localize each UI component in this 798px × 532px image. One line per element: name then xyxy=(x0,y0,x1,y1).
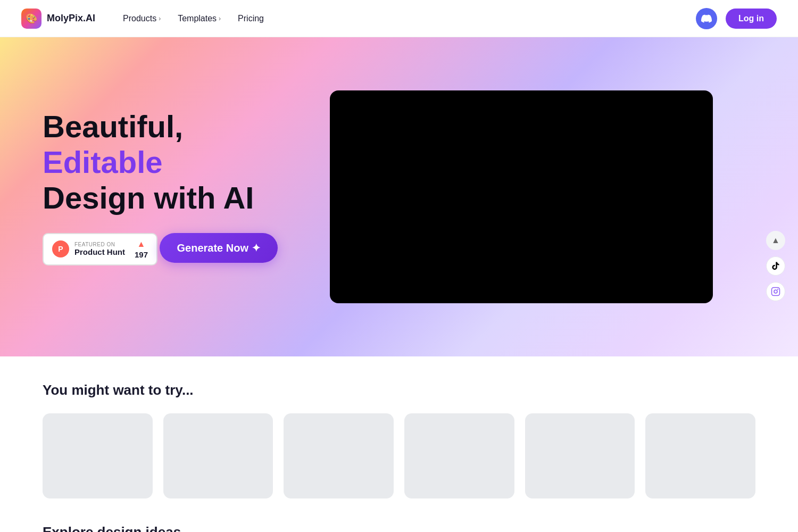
svg-point-1 xyxy=(774,290,777,293)
try-card-2[interactable] xyxy=(163,413,273,498)
scroll-up-button[interactable]: ▲ xyxy=(766,231,785,250)
hero-video xyxy=(330,90,713,303)
product-hunt-icon: P xyxy=(52,240,69,257)
logo-icon: 🎨 xyxy=(21,9,41,29)
product-hunt-badge[interactable]: P FEATURED ON Product Hunt ▲ 197 xyxy=(43,233,157,265)
nav-pricing-label: Pricing xyxy=(238,14,264,23)
hero-title: Beautiful, Editable Design with AI xyxy=(43,109,298,215)
login-button[interactable]: Log in xyxy=(726,9,777,29)
nav-products-label: Products xyxy=(123,14,156,23)
product-hunt-name: Product Hunt xyxy=(74,247,125,256)
logo-text: MolyPix.AI xyxy=(47,13,95,24)
logo[interactable]: 🎨 MolyPix.AI xyxy=(21,9,95,29)
try-card-3[interactable] xyxy=(284,413,394,498)
try-cards-row xyxy=(43,413,755,498)
instagram-icon xyxy=(771,287,780,296)
nav-right: Log in xyxy=(696,8,777,29)
hero-section: Beautiful, Editable Design with AI P FEA… xyxy=(0,37,798,356)
generate-now-button[interactable]: Generate Now ✦ xyxy=(160,233,277,263)
try-section: You might want to try... xyxy=(0,356,798,524)
sidebar-icons: ▲ xyxy=(766,231,785,301)
try-card-4[interactable] xyxy=(404,413,514,498)
templates-chevron-icon: › xyxy=(219,15,221,22)
hero-title-part2: Design with AI xyxy=(43,180,254,215)
nav-links: Products › Templates › Pricing xyxy=(117,10,270,28)
nav-products[interactable]: Products › xyxy=(117,10,167,28)
svg-rect-0 xyxy=(772,288,780,296)
nav-left: 🎨 MolyPix.AI Products › Templates › Pric… xyxy=(21,9,270,29)
try-card-1[interactable] xyxy=(43,413,153,498)
instagram-button[interactable] xyxy=(766,282,785,301)
discord-icon xyxy=(701,13,712,24)
svg-point-2 xyxy=(778,289,778,290)
nav-templates[interactable]: Templates › xyxy=(171,10,227,28)
product-hunt-featured: FEATURED ON xyxy=(74,242,125,247)
nav-pricing[interactable]: Pricing xyxy=(231,10,270,28)
hero-title-part1: Beautiful, xyxy=(43,109,183,144)
hero-title-highlight: Editable xyxy=(43,145,163,179)
tiktok-button[interactable] xyxy=(766,256,785,276)
chevron-up-icon: ▲ xyxy=(771,236,780,245)
product-hunt-text: FEATURED ON Product Hunt xyxy=(74,242,125,256)
tiktok-icon xyxy=(771,261,780,271)
try-card-6[interactable] xyxy=(645,413,755,498)
products-chevron-icon: › xyxy=(159,15,161,22)
product-hunt-votes: ▲ 197 xyxy=(135,239,148,259)
hero-left: Beautiful, Editable Design with AI P FEA… xyxy=(43,109,298,284)
votes-count: 197 xyxy=(135,250,148,259)
discord-button[interactable] xyxy=(696,8,717,29)
try-card-5[interactable] xyxy=(525,413,635,498)
explore-section-title: Explore design ideas xyxy=(0,524,798,532)
nav-templates-label: Templates xyxy=(178,14,217,23)
navbar: 🎨 MolyPix.AI Products › Templates › Pric… xyxy=(0,0,798,37)
votes-arrow-icon: ▲ xyxy=(137,239,146,249)
try-section-title: You might want to try... xyxy=(43,382,755,398)
